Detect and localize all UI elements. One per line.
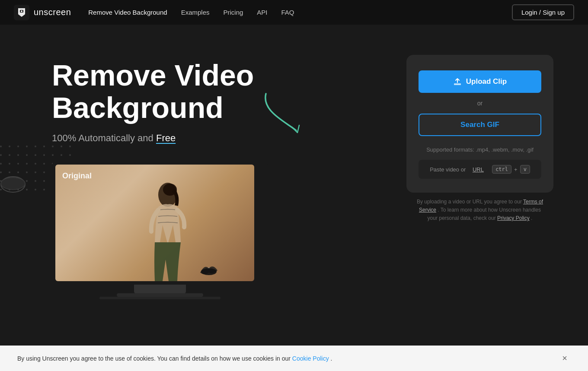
monitor-screen-image: Original xyxy=(55,165,254,281)
nav-link-pricing[interactable]: Pricing xyxy=(223,9,243,16)
logo-svg xyxy=(16,6,28,19)
supported-formats: Supported formats: .mp4, .webm, .mov, .g… xyxy=(426,146,534,153)
dot xyxy=(26,154,28,156)
nav-item-api[interactable]: API xyxy=(257,9,267,16)
hero-left: Remove Video Background 100% Automatical… xyxy=(52,51,320,299)
original-label: Original xyxy=(62,171,92,181)
dot xyxy=(52,146,54,147)
dot xyxy=(35,189,36,190)
dot xyxy=(43,180,45,182)
plus-symbol: + xyxy=(514,166,518,173)
dot xyxy=(26,171,28,173)
dot xyxy=(35,163,36,165)
cookie-text-main: By using Unscreen you agree to the use o… xyxy=(17,355,292,362)
dot xyxy=(26,146,28,147)
logo[interactable]: unscreen xyxy=(14,5,71,20)
navbar-left: unscreen Remove Video Background Example… xyxy=(14,5,294,20)
dot xyxy=(26,189,28,190)
dot xyxy=(26,180,28,182)
svg-point-5 xyxy=(1,178,25,190)
dot xyxy=(43,154,45,156)
dot xyxy=(69,154,71,156)
monitor-screen: Original xyxy=(55,165,254,281)
dot xyxy=(35,146,36,147)
dot xyxy=(61,146,62,147)
dot xyxy=(17,163,19,165)
dot xyxy=(17,146,19,147)
nav-links: Remove Video Background Examples Pricing… xyxy=(88,9,294,16)
svg-point-3 xyxy=(21,10,22,12)
dot xyxy=(17,154,19,156)
monitor-foot xyxy=(99,297,220,299)
dot xyxy=(9,146,10,147)
privacy-policy-link[interactable]: Privacy Policy xyxy=(497,215,530,221)
woman-figure xyxy=(142,182,194,281)
hero-subtitle-static: 100% Automatically and xyxy=(52,133,156,143)
cookie-text: By using Unscreen you agree to the use o… xyxy=(17,355,332,362)
dot xyxy=(35,171,36,173)
v-key: v xyxy=(520,165,530,174)
dot xyxy=(43,163,45,165)
login-button[interactable]: Login / Sign up xyxy=(512,4,574,20)
paste-label: Paste video or xyxy=(430,166,466,173)
search-gif-button[interactable]: Search GIF xyxy=(419,114,541,136)
cookie-banner: By using Unscreen you agree to the use o… xyxy=(0,346,588,371)
logo-icon xyxy=(14,5,29,20)
nav-link-faq[interactable]: FAQ xyxy=(281,9,294,16)
dot xyxy=(43,189,45,190)
dot xyxy=(0,163,2,165)
dot xyxy=(69,146,71,147)
hero-title-line2: Background xyxy=(52,91,224,124)
or-divider: or xyxy=(477,100,483,107)
dot xyxy=(43,146,45,147)
svg-rect-9 xyxy=(454,83,461,85)
dot xyxy=(26,163,28,165)
dot xyxy=(0,154,2,156)
dot xyxy=(35,154,36,156)
dot xyxy=(9,154,10,156)
nav-link-examples[interactable]: Examples xyxy=(181,9,210,16)
logo-text: unscreen xyxy=(34,7,71,17)
hero-right: Upload Clip or Search GIF Supported form… xyxy=(406,55,553,223)
monitor-base xyxy=(134,285,186,293)
hero-section: for(let i=0;i<54;i++) document.write('<d… xyxy=(0,25,588,336)
monitor-container: Original xyxy=(52,161,268,299)
nav-item-examples[interactable]: Examples xyxy=(181,9,210,16)
navbar: unscreen Remove Video Background Example… xyxy=(0,0,588,25)
bird-figure xyxy=(198,260,220,277)
arrow-decoration xyxy=(259,92,303,135)
dot xyxy=(35,180,36,182)
hero-title-line1: Remove Video xyxy=(52,59,254,92)
cookie-policy-link[interactable]: Cookie Policy xyxy=(292,355,329,362)
nav-item-faq[interactable]: FAQ xyxy=(281,9,294,16)
terms-text1: By uploading a video or URL you agree to… xyxy=(417,199,523,205)
paste-url-bar: Paste video or URL ctrl + v xyxy=(419,160,541,179)
monitor-stand xyxy=(117,293,203,297)
svg-point-8 xyxy=(201,268,217,275)
bowl-decoration xyxy=(0,171,26,193)
nav-item-remove[interactable]: Remove Video Background xyxy=(88,9,167,16)
terms-text3: . xyxy=(531,215,532,221)
dot xyxy=(43,171,45,173)
nav-link-api[interactable]: API xyxy=(257,9,267,16)
dot xyxy=(0,146,2,147)
dot xyxy=(52,154,54,156)
dot xyxy=(61,154,62,156)
paste-url-link[interactable]: URL xyxy=(473,166,484,173)
upload-btn-label: Upload Clip xyxy=(466,77,507,86)
upload-panel: Upload Clip or Search GIF Supported form… xyxy=(406,55,553,193)
upload-clip-button[interactable]: Upload Clip xyxy=(419,70,541,93)
cookie-text-end: . xyxy=(331,355,332,362)
cookie-close-button[interactable]: × xyxy=(559,352,571,365)
dot xyxy=(9,163,10,165)
ctrl-key: ctrl xyxy=(492,165,511,174)
nav-link-remove[interactable]: Remove Video Background xyxy=(88,9,167,16)
upload-icon xyxy=(453,77,462,86)
monitor-frame: Original xyxy=(52,161,268,285)
nav-item-pricing[interactable]: Pricing xyxy=(223,9,243,16)
hero-subtitle-free: Free xyxy=(156,133,176,143)
terms-text: By uploading a video or URL you agree to… xyxy=(406,198,553,223)
